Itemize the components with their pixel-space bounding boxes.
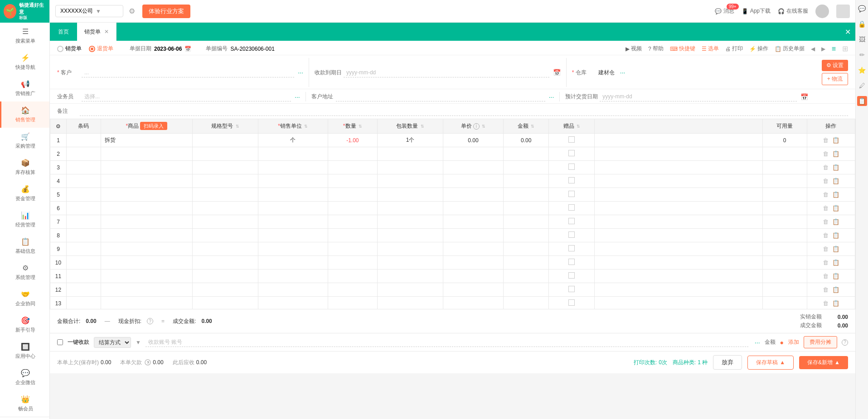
row-spec[interactable] [192, 134, 258, 147]
warehouse-dots-icon[interactable]: ··· [620, 69, 626, 76]
row-product[interactable] [101, 297, 192, 309]
radio-return[interactable]: 退货单 [89, 45, 113, 53]
delete-icon[interactable]: 🗑 [823, 232, 829, 239]
row-barcode[interactable] [67, 147, 101, 161]
gift-checkbox[interactable] [568, 245, 575, 251]
row-amount[interactable] [503, 188, 549, 202]
view-grid-btn[interactable]: ⊞ [842, 44, 848, 53]
row-unit[interactable] [258, 242, 328, 256]
copy-icon[interactable]: 📋 [832, 178, 839, 184]
tab-home[interactable]: 首页 [50, 23, 77, 41]
row-amount[interactable]: 0.00 [503, 134, 549, 147]
delete-icon[interactable]: 🗑 [823, 273, 829, 279]
row-gift[interactable] [549, 229, 595, 242]
payment-add-icon[interactable]: ● [780, 339, 784, 346]
row-spec[interactable] [192, 297, 258, 309]
row-qty[interactable] [328, 202, 377, 215]
row-product[interactable] [101, 147, 192, 161]
row-pkg-qty[interactable] [377, 270, 443, 283]
row-spec[interactable] [192, 174, 258, 188]
customer-address-input[interactable] [336, 92, 545, 101]
row-pkg-qty[interactable] [377, 256, 443, 270]
tabbar-close-all-btn[interactable]: ✕ [845, 28, 851, 36]
salesperson-input[interactable] [82, 92, 291, 101]
sidebar-item-finance[interactable]: 💰 资金管理 [0, 180, 49, 207]
sidebar-item-appstore[interactable]: 🔲 应用中心 [0, 338, 49, 364]
row-barcode[interactable] [67, 256, 101, 270]
row-amount[interactable] [503, 297, 549, 309]
row-product[interactable] [101, 256, 192, 270]
copy-icon[interactable]: 📋 [832, 205, 839, 212]
one-click-payment-checkbox[interactable] [57, 339, 63, 345]
gear-icon[interactable]: ⚙ [56, 123, 61, 130]
delete-icon[interactable]: 🗑 [823, 164, 829, 171]
row-product[interactable] [101, 202, 192, 215]
copy-icon[interactable]: 📋 [832, 137, 839, 144]
row-unit[interactable] [258, 256, 328, 270]
copy-icon[interactable]: 📋 [832, 164, 839, 171]
radio-sales[interactable]: 销货单 [57, 45, 82, 53]
customer-dots-icon[interactable]: ··· [298, 69, 303, 76]
row-pkg-qty[interactable] [377, 147, 443, 161]
row-qty[interactable] [328, 270, 377, 283]
copy-icon[interactable]: 📋 [832, 191, 839, 198]
delete-icon[interactable]: 🗑 [823, 246, 829, 252]
copy-icon[interactable]: 📋 [832, 259, 839, 266]
row-barcode[interactable] [67, 174, 101, 188]
sidebar-item-wecom[interactable]: 💬 企业微信 [0, 364, 49, 390]
row-barcode[interactable] [67, 297, 101, 309]
row-spec[interactable] [192, 188, 258, 202]
row-qty[interactable] [328, 215, 377, 229]
row-pkg-qty[interactable]: 1个 [377, 134, 443, 147]
delete-icon[interactable]: 🗑 [823, 205, 829, 212]
gift-checkbox[interactable] [568, 136, 575, 143]
gift-checkbox[interactable] [568, 191, 575, 197]
row-qty[interactable]: -1.00 [328, 134, 377, 147]
row-amount[interactable] [503, 202, 549, 215]
row-pkg-qty[interactable] [377, 229, 443, 242]
row-spec[interactable] [192, 161, 258, 174]
view-list-btn[interactable]: ≡ [832, 45, 836, 53]
row-gift[interactable] [549, 134, 595, 147]
row-product[interactable]: 拆货 [101, 134, 192, 147]
payment-account-input[interactable] [145, 337, 748, 347]
gift-checkbox[interactable] [568, 177, 575, 183]
experience-btn[interactable]: 体验行业方案 [142, 5, 190, 18]
row-spec[interactable] [192, 270, 258, 283]
row-spec[interactable] [192, 215, 258, 229]
gift-checkbox[interactable] [568, 286, 575, 292]
copy-icon[interactable]: 📋 [832, 232, 839, 239]
row-pkg-qty[interactable] [377, 174, 443, 188]
sidebar-item-basics[interactable]: 📋 基础信息 [0, 233, 49, 259]
row-barcode[interactable] [67, 134, 101, 147]
sidebar-item-system[interactable]: ⚙ 系统管理 [0, 259, 49, 285]
row-price[interactable] [443, 229, 504, 242]
row-unit[interactable] [258, 229, 328, 242]
sidebar-item-search[interactable]: ☰ 搜索菜单 [0, 23, 49, 49]
row-qty[interactable] [328, 297, 377, 309]
fee-split-info-icon[interactable]: ? [842, 339, 848, 346]
right-clipboard-icon[interactable]: 📋 [857, 96, 867, 106]
copy-icon[interactable]: 📋 [832, 273, 839, 279]
row-qty[interactable] [328, 283, 377, 297]
row-qty[interactable] [328, 229, 377, 242]
row-price[interactable] [443, 202, 504, 215]
delivery-date-cal-icon[interactable]: 📅 [800, 93, 808, 101]
payment-method-select[interactable]: 结算方式 [94, 337, 131, 348]
row-amount[interactable] [503, 242, 549, 256]
topbar-gear-icon[interactable]: ⚙ [129, 7, 135, 15]
gift-checkbox[interactable] [568, 272, 575, 279]
delete-icon[interactable]: 🗑 [823, 178, 829, 184]
row-amount[interactable] [503, 256, 549, 270]
row-amount[interactable] [503, 161, 549, 174]
receive-date-cal-icon[interactable]: 📅 [553, 69, 561, 76]
row-price[interactable]: 0.00 [443, 134, 504, 147]
row-spec[interactable] [192, 229, 258, 242]
row-price[interactable] [443, 270, 504, 283]
right-star-icon[interactable]: ⭐ [857, 65, 867, 75]
cash-discount-info-icon[interactable]: ? [147, 318, 153, 324]
right-edit-icon[interactable]: ✏ [857, 50, 867, 60]
notes-input[interactable] [80, 106, 848, 116]
row-pkg-qty[interactable] [377, 202, 443, 215]
toolbar-history-btn[interactable]: 📋 历史单据 [775, 45, 805, 53]
